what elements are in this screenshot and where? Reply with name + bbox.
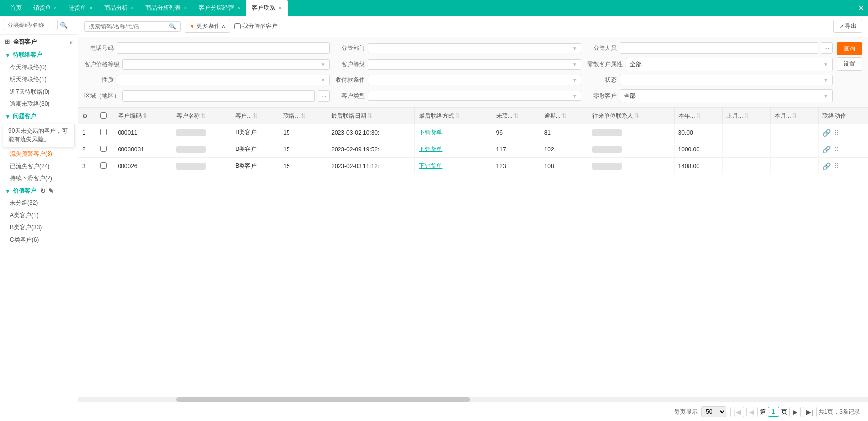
tab-product-analysis[interactable]: 商品分析 × bbox=[98, 0, 140, 16]
close-icon[interactable]: × bbox=[278, 5, 281, 11]
phone-input[interactable] bbox=[117, 42, 330, 54]
tab-customer-contact[interactable]: 客户联系 × bbox=[246, 0, 287, 16]
next-page-btn[interactable]: ▶ bbox=[789, 407, 801, 417]
chevron-down-icon: ▼ bbox=[572, 46, 577, 51]
search-input[interactable] bbox=[89, 23, 167, 30]
chevron-down-icon: ▼ bbox=[572, 62, 577, 67]
row-code: 00030031 bbox=[114, 141, 172, 158]
row-name: ██████ bbox=[172, 141, 231, 158]
more-icon[interactable]: ··· bbox=[318, 90, 330, 102]
sidebar-item-tomorrow[interactable]: 明天待联络(1) bbox=[0, 74, 78, 86]
query-button[interactable]: 查询 bbox=[837, 42, 862, 55]
sidebar-item-declining[interactable]: 持续下滑客户(2) bbox=[0, 173, 78, 185]
more-conditions-btn[interactable]: ▼ 更多条件 ∧ bbox=[185, 20, 230, 33]
chevron-down-icon: ▼ bbox=[823, 93, 828, 99]
filter-zero-retail: 零散客户 全部 ▼ bbox=[587, 89, 833, 102]
grid-action-icon[interactable]: ⠿ bbox=[834, 146, 839, 153]
export-btn[interactable]: ↗ 导出 bbox=[833, 20, 862, 33]
sidebar-group-problem[interactable]: ▼ 问题客户 bbox=[0, 110, 78, 123]
tab-purchase[interactable]: 进货单 × bbox=[63, 0, 98, 16]
filter-icon: ▼ bbox=[189, 23, 195, 30]
grid-action-icon[interactable]: ⠿ bbox=[834, 129, 839, 137]
first-page-btn[interactable]: |◀ bbox=[730, 407, 744, 417]
person-input[interactable] bbox=[620, 42, 818, 54]
tab-sales[interactable]: 销货单 × bbox=[27, 0, 63, 16]
link-icon[interactable]: 🔗 bbox=[822, 146, 831, 153]
tooltip-problem: 90天未交易的客户，可能有流失风险。 bbox=[3, 124, 75, 147]
close-icon[interactable]: × bbox=[131, 5, 134, 11]
col-unlink: 未联...⇅ bbox=[492, 108, 540, 124]
tab-customer-tier[interactable]: 客户分层经营 × bbox=[193, 0, 246, 16]
close-icon[interactable]: × bbox=[237, 5, 240, 11]
status-select[interactable]: ▼ bbox=[620, 75, 833, 85]
price-level-select[interactable]: ▼ bbox=[122, 59, 330, 70]
row-last-month bbox=[722, 124, 770, 141]
gender-select[interactable]: ▼ bbox=[117, 75, 330, 85]
link-icon[interactable]: 🔗 bbox=[822, 162, 831, 170]
sidebar-item-7days[interactable]: 近7天待联络(0) bbox=[0, 86, 78, 98]
row-name: ██████ bbox=[172, 124, 231, 141]
tab-home[interactable]: 首页 bbox=[4, 0, 27, 16]
row-last-date: 2023-02-03 11:12: bbox=[327, 158, 415, 174]
scrollbar-thumb[interactable] bbox=[176, 397, 470, 402]
row-last-way[interactable]: 下销货单 bbox=[415, 124, 492, 141]
close-window-icon[interactable]: ✕ bbox=[858, 3, 864, 13]
dept-select[interactable]: ▼ bbox=[368, 43, 581, 53]
sidebar-item-a-class[interactable]: A类客户(1) bbox=[0, 209, 78, 222]
filter-row-1: 电话号码 分管部门 ▼ 分管人员 bbox=[84, 42, 833, 54]
row-last-way[interactable]: 下销货单 bbox=[415, 141, 492, 158]
tab-product-list[interactable]: 商品分析列表 × bbox=[140, 0, 193, 16]
sidebar-search-input[interactable] bbox=[4, 20, 58, 30]
page-size-select[interactable]: 50 100 200 bbox=[701, 406, 726, 417]
horizontal-scrollbar[interactable] bbox=[78, 397, 868, 402]
chevron-down-icon: ▼ bbox=[320, 77, 325, 83]
collapse-icon[interactable]: « bbox=[69, 38, 73, 46]
close-icon[interactable]: × bbox=[89, 5, 92, 11]
sidebar-item-c-class[interactable]: C类客户(6) bbox=[0, 234, 78, 246]
customer-type-select[interactable]: ▼ bbox=[368, 91, 581, 101]
table-row: 1 000011 ██████ B类客户 15 2023-03-02 10:30… bbox=[78, 124, 868, 141]
chevron-down-icon: ▼ bbox=[823, 77, 828, 83]
more-icon[interactable]: ··· bbox=[821, 42, 833, 54]
payment-select[interactable]: ▼ bbox=[368, 75, 581, 85]
region-input[interactable] bbox=[122, 90, 315, 102]
sidebar-item-churn-warning[interactable]: 流失预警客户(3) bbox=[0, 148, 78, 160]
settings-button[interactable]: 设置 bbox=[837, 57, 862, 71]
sidebar-item-b-class[interactable]: B类客户(33) bbox=[0, 222, 78, 234]
customer-level-select[interactable]: ▼ bbox=[368, 59, 581, 70]
row-type: B类客户 bbox=[231, 141, 279, 158]
chevron-down-icon: ▼ bbox=[823, 62, 828, 67]
col-settings[interactable]: ⚙ bbox=[78, 108, 96, 124]
filter-customer-level: 客户等级 ▼ bbox=[336, 59, 581, 70]
row-checkbox[interactable] bbox=[96, 124, 114, 141]
sidebar-group-pending[interactable]: ▼ 待联络客户 bbox=[0, 49, 78, 61]
link-icon[interactable]: 🔗 bbox=[822, 129, 831, 137]
select-all-checkbox[interactable] bbox=[100, 112, 107, 119]
table-header-row: ⚙ 客户编码⇅ 客户名称⇅ 客户...⇅ 联络...⇅ 最后联络日期⇅ 最后联络… bbox=[78, 108, 868, 124]
all-customers-label[interactable]: ⊞ 全部客户 « bbox=[0, 35, 78, 49]
close-icon[interactable]: × bbox=[54, 5, 57, 11]
edit-icon[interactable]: ✎ bbox=[48, 187, 54, 195]
col-checkbox[interactable] bbox=[96, 108, 114, 124]
sidebar-item-overdue[interactable]: 逾期未联络(30) bbox=[0, 98, 78, 110]
search-box: 🔍 bbox=[84, 21, 181, 32]
my-customers-checkbox[interactable] bbox=[234, 23, 241, 29]
row-checkbox[interactable] bbox=[96, 141, 114, 158]
row-checkbox[interactable] bbox=[96, 158, 114, 174]
grid-action-icon[interactable]: ⠿ bbox=[834, 162, 839, 170]
sidebar-group-value[interactable]: ▼ 价值客户 ↻ ✎ bbox=[0, 185, 78, 197]
filter-gender: 性质 ▼ bbox=[84, 75, 330, 85]
zero-retail-select[interactable]: 全部 ▼ bbox=[620, 89, 833, 102]
sidebar-item-today[interactable]: 今天待联络(0) bbox=[0, 61, 78, 74]
sidebar-item-ungrouoped[interactable]: 未分组(32) bbox=[0, 197, 78, 209]
zero-retail-attr-select[interactable]: 全部 ▼ bbox=[626, 58, 833, 71]
close-icon[interactable]: × bbox=[184, 5, 187, 11]
last-page-btn[interactable]: ▶| bbox=[803, 407, 816, 417]
row-last-way[interactable]: 下销货单 bbox=[415, 158, 492, 174]
chevron-down-icon: ▼ bbox=[572, 77, 577, 83]
filter-person: 分管人员 ··· bbox=[587, 42, 833, 54]
sidebar-item-churned[interactable]: 已流失客户(24) bbox=[0, 160, 78, 173]
my-customers-checkbox-label[interactable]: 我分管的客户 bbox=[234, 22, 278, 30]
prev-page-btn[interactable]: ◀ bbox=[746, 407, 758, 417]
refresh-icon[interactable]: ↻ bbox=[40, 187, 46, 195]
